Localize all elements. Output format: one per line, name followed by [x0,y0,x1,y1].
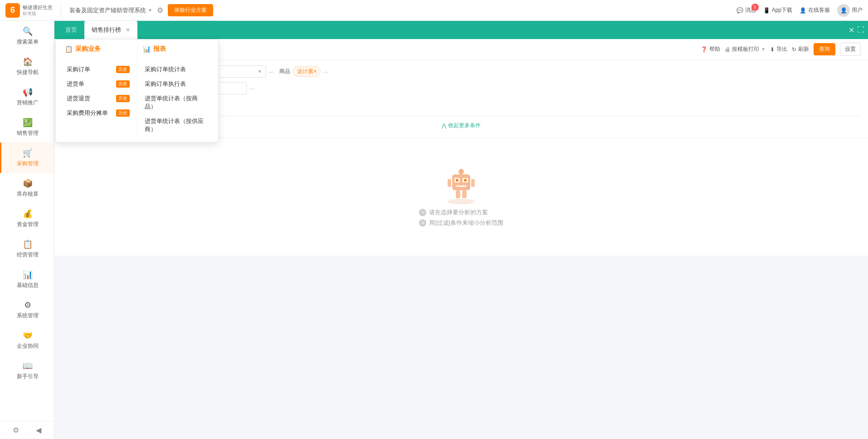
report-section-icon: 📊 [143,45,151,53]
history-badge-po: 历史 [116,66,130,73]
top-header: 6 畅捷通好生意 标准版 装备及固定资产辅助管理系统 ▼ ⚙ 体验行业方案 💬 … [0,0,868,21]
empty-step-1: ① 请先选择要分析的方案 [419,207,503,217]
status-dots[interactable]: ··· [269,68,274,75]
finance-icon: 💰 [23,209,33,219]
help-icon: ❓ [701,46,707,53]
headset-icon: 👤 [800,7,806,14]
product-label: 商品 [279,68,290,75]
refresh-button[interactable]: ↻ 刷新 [792,45,809,53]
settings-icon[interactable]: ⚙ [157,6,163,15]
header-divider [61,4,61,17]
sidebar-item-marketing[interactable]: 📢 营销推广 [0,82,54,112]
user-item[interactable]: 👤 用户 [837,4,863,17]
sidebar: 🔍 搜索菜单 🏠 快捷导航 📢 营销推广 💹 销售管理 🛒 采购管理 📦 库存核… [0,21,54,439]
svg-rect-8 [471,179,475,187]
refresh-icon: ↻ [792,46,796,53]
system-icon: ⚙ [24,300,31,310]
header-right: 💬 消息 5 📱 App下载 👤 在线客服 👤 用户 [736,4,863,17]
search-icon: 🔍 [23,26,33,36]
svg-rect-7 [448,179,451,187]
sidebar-item-sales[interactable]: 💹 销售管理 [0,112,54,143]
history-badge-expense: 历史 [116,109,130,117]
empty-text: ① 请先选择要分析的方案 ② 用[过滤]条件来缩小分析范围 [419,207,503,228]
sidebar-item-quick-nav[interactable]: 🏠 快捷导航 [0,51,54,82]
sidebar-item-system[interactable]: ⚙ 系统管理 [0,295,54,325]
sidebar-item-guide[interactable]: 📖 新手引导 [0,355,54,386]
menu-item-inbound[interactable]: 进货单 历史 [65,77,132,91]
home-icon: 🏠 [23,57,33,67]
phone-icon: 📱 [763,7,770,14]
menu-section-report: 📊 报表 采购订单统计表 采购订单执行表 进货单统计表（按商品） 进货单统计表（… [139,45,213,137]
report-section-title: 📊 报表 [143,45,210,57]
sidebar-settings-btn[interactable]: ⚙ [13,426,19,434]
menu-item-inbound-product[interactable]: 进货单统计表（按商品） [143,91,210,114]
product-filter: 商品 设计素× ··· [279,66,329,77]
print-arrow-icon: ▼ [761,47,766,52]
avatar: 👤 [837,4,850,17]
product-tag[interactable]: 设计素× [293,66,321,77]
collapse-button[interactable]: ⋀ 收起更多条件 [442,119,481,132]
tab-maximize-icon[interactable]: ⛶ [857,26,864,35]
message-item[interactable]: 💬 消息 5 [736,6,756,14]
export-icon: ⬇ [770,46,775,53]
empty-icon [439,165,484,202]
settings-button[interactable]: 设置 [840,43,861,56]
collapse-icon: ⋀ [442,123,446,129]
svg-rect-10 [462,190,467,198]
service-item[interactable]: 👤 在线客服 [800,6,830,14]
menu-item-return[interactable]: 进货退货 历史 [65,91,132,106]
marketing-icon: 📢 [23,87,33,97]
svg-point-5 [464,179,467,182]
close-tab-icon[interactable]: ✕ [126,27,130,33]
purchase-section-icon: 📋 [65,45,73,53]
menu-item-po[interactable]: 采购订单 历史 [65,62,132,77]
sidebar-item-basic[interactable]: 📊 基础信息 [0,264,54,295]
salesman-dots[interactable]: ··· [249,85,255,92]
industry-button[interactable]: 体验行业方案 [168,4,213,16]
logo-text: 畅捷通好生意 标准版 [23,4,53,16]
menu-divider [137,45,137,137]
sidebar-item-finance[interactable]: 💰 资金管理 [0,203,54,234]
sidebar-collapse-btn[interactable]: ◀ [36,426,41,434]
guide-icon: 📖 [23,361,33,371]
menu-item-inbound-supplier[interactable]: 进货单统计表（按供应商） [143,114,210,137]
product-dots[interactable]: ··· [323,68,329,75]
help-button[interactable]: ❓ 帮助 [701,45,720,53]
logo-area: 6 畅捷通好生意 标准版 [5,3,53,18]
sidebar-item-operations[interactable]: 📋 经营管理 [0,234,54,264]
sidebar-item-cooperation[interactable]: 🤝 企业协同 [0,325,54,355]
status-arrow-icon: ▼ [258,69,262,74]
step-2-num: ② [419,219,426,227]
app-download-item[interactable]: 📱 App下载 [763,6,792,14]
tab-home[interactable]: 首页 [58,21,84,39]
sidebar-item-search[interactable]: 🔍 搜索菜单 [0,21,54,51]
svg-rect-9 [456,190,460,198]
sidebar-item-inventory[interactable]: 📦 库存核算 [0,173,54,203]
logo-icon: 6 [5,3,20,18]
purchase-icon: 🛒 [23,148,33,158]
sidebar-bottom: ⚙ ◀ [0,421,54,439]
menu-item-po-summary[interactable]: 采购订单统计表 [143,62,210,77]
export-button[interactable]: ⬇ 导出 [770,45,787,53]
tab-sales-rank[interactable]: 销售排行榜 ✕ [84,21,137,39]
print-button[interactable]: 🖨 按模板打印 ▼ [725,45,766,53]
tab-close-icon[interactable]: ✕ [848,26,854,35]
svg-point-0 [448,199,475,204]
sidebar-item-purchase[interactable]: 🛒 采购管理 [0,143,54,173]
basic-icon: 📊 [23,270,33,280]
query-button[interactable]: 查询 [814,43,835,55]
print-icon: 🖨 [725,46,730,53]
svg-point-4 [456,179,458,182]
tab-bar: 首页 销售排行榜 ✕ ✕ ⛶ [54,21,868,39]
message-icon: 💬 [736,7,743,14]
menu-item-expense[interactable]: 采购费用分摊单 历史 [65,106,132,120]
history-badge-inbound: 历史 [116,80,130,88]
step-1-num: ① [419,209,426,216]
system-name: 装备及固定资产辅助管理系统 ▼ [69,6,152,15]
svg-rect-6 [456,185,467,187]
cooperation-icon: 🤝 [23,330,33,340]
menu-section-purchase: 📋 采购业务 采购订单 历史 进货单 历史 进货退货 历史 采购费用分摊单 历史 [61,45,135,137]
inventory-icon: 📦 [23,178,33,188]
message-badge: 5 [751,4,759,11]
menu-item-po-exec[interactable]: 采购订单执行表 [143,77,210,91]
